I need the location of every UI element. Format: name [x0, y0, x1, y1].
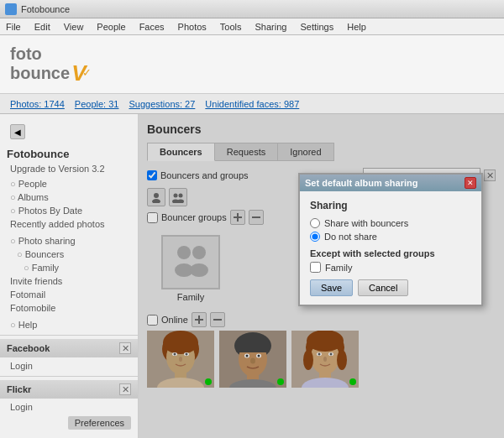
sidebar-flickr-login[interactable]: Login — [0, 400, 138, 414]
sidebar-fotomobile[interactable]: Fotomobile — [0, 301, 138, 315]
sharing-section-title: Sharing — [310, 200, 471, 211]
dialog-close-btn[interactable]: ✕ — [465, 177, 476, 189]
logo-checkmark: ✓ — [82, 67, 92, 78]
circle-icon2: ○ — [10, 192, 18, 202]
logo: foto bounce V ✓ — [10, 45, 92, 84]
menu-settings[interactable]: Settings — [297, 22, 336, 32]
menu-people[interactable]: People — [94, 22, 128, 32]
circle-icon6: ○ — [24, 263, 32, 273]
sidebar: ◀ Fotobounce Upgrade to Version 3.2 ○ Pe… — [0, 114, 139, 438]
sidebar-help[interactable]: ○ Help — [0, 318, 138, 331]
circle-icon7: ○ — [10, 320, 18, 330]
app-title: Fotobounce — [21, 4, 70, 14]
menu-tools[interactable]: Tools — [218, 22, 244, 32]
except-label: Except with selected groups — [310, 248, 471, 258]
nav-tab-unidentified[interactable]: Unidentified faces: 987 — [202, 97, 302, 113]
menu-help[interactable]: Help — [344, 22, 369, 32]
nav-tab-suggestions[interactable]: Suggestions: 27 — [125, 97, 198, 113]
sidebar-people[interactable]: ○ People — [0, 177, 138, 190]
menu-photos[interactable]: Photos — [176, 22, 209, 32]
cancel-button[interactable]: Cancel — [358, 279, 408, 296]
family-except-checkbox-label[interactable]: Family — [310, 262, 471, 273]
sidebar-facebook-login[interactable]: Login — [0, 359, 138, 373]
nav-tab-photos[interactable]: Photos: 1744 — [7, 97, 68, 113]
sidebar-app-title: Fotobounce — [0, 144, 138, 162]
set-default-sharing-dialog: Set default album sharing ✕ Sharing Shar… — [298, 173, 483, 306]
sidebar-photos-by-date[interactable]: ○ Photos By Date — [0, 204, 138, 217]
sidebar-family[interactable]: ○ Family — [0, 261, 138, 274]
sidebar-flickr-section: Flickr ✕ — [0, 380, 138, 399]
menu-edit[interactable]: Edit — [32, 22, 53, 32]
app-container: foto bounce V ✓ Photos: 1744 People: 31 … — [0, 35, 504, 438]
family-except-checkbox[interactable] — [310, 262, 321, 273]
nav-tabs: Photos: 1744 People: 31 Suggestions: 27 … — [0, 94, 504, 114]
flickr-close[interactable]: ✕ — [119, 383, 131, 395]
do-not-share-radio[interactable] — [310, 232, 320, 242]
logo-area: foto bounce V ✓ — [0, 35, 504, 94]
sidebar-bouncers[interactable]: ○ Bouncers — [0, 248, 138, 261]
main-layout: ◀ Fotobounce Upgrade to Version 3.2 ○ Pe… — [0, 114, 504, 438]
circle-icon: ○ — [10, 179, 18, 189]
facebook-label: Facebook — [7, 343, 50, 353]
sidebar-albums[interactable]: ○ Albums — [0, 190, 138, 204]
menu-view[interactable]: View — [61, 22, 87, 32]
app-icon — [5, 3, 17, 15]
sidebar-divider2 — [0, 376, 138, 377]
circle-icon3: ○ — [10, 206, 18, 216]
nav-tab-people[interactable]: People: 31 — [71, 97, 123, 113]
circle-icon5: ○ — [17, 249, 25, 259]
menubar: File Edit View People Faces Photos Tools… — [0, 18, 504, 35]
sidebar-photo-sharing[interactable]: ○ Photo sharing — [0, 234, 138, 248]
circle-icon4: ○ — [10, 236, 18, 246]
sidebar-divider1 — [0, 335, 138, 336]
sidebar-invite-friends[interactable]: Invite friends — [0, 274, 138, 288]
dialog-title: Set default album sharing — [305, 178, 417, 188]
save-button[interactable]: Save — [310, 279, 353, 296]
titlebar: Fotobounce — [0, 0, 504, 18]
sidebar-upgrade[interactable]: Upgrade to Version 3.2 — [0, 162, 138, 175]
preferences-button[interactable]: Preferences — [68, 416, 131, 430]
dialog-titlebar: Set default album sharing ✕ — [300, 175, 481, 191]
dialog-body: Sharing Share with bouncers Do not share… — [300, 191, 481, 305]
menu-sharing[interactable]: Sharing — [253, 22, 290, 32]
share-with-bouncers-option[interactable]: Share with bouncers — [310, 218, 471, 228]
logo-foto: foto — [10, 44, 42, 63]
flickr-label: Flickr — [7, 384, 31, 394]
sidebar-fotomail[interactable]: Fotomail — [0, 288, 138, 301]
do-not-share-option[interactable]: Do not share — [310, 232, 471, 242]
logo-bounce: bounce — [10, 65, 70, 81]
content-area: Bouncers Bouncers Requests Ignored Bounc… — [139, 114, 504, 438]
sidebar-toggle[interactable]: ◀ — [10, 124, 25, 139]
sidebar-recently-added[interactable]: Recently added photos — [0, 217, 138, 231]
dialog-overlay: Set default album sharing ✕ Sharing Shar… — [139, 114, 504, 438]
sidebar-facebook-section: Facebook ✕ — [0, 339, 138, 357]
share-bouncers-radio[interactable] — [310, 218, 320, 228]
menu-faces[interactable]: Faces — [137, 22, 167, 32]
menu-file[interactable]: File — [3, 22, 24, 32]
facebook-close[interactable]: ✕ — [119, 342, 131, 354]
dialog-buttons: Save Cancel — [310, 279, 471, 296]
